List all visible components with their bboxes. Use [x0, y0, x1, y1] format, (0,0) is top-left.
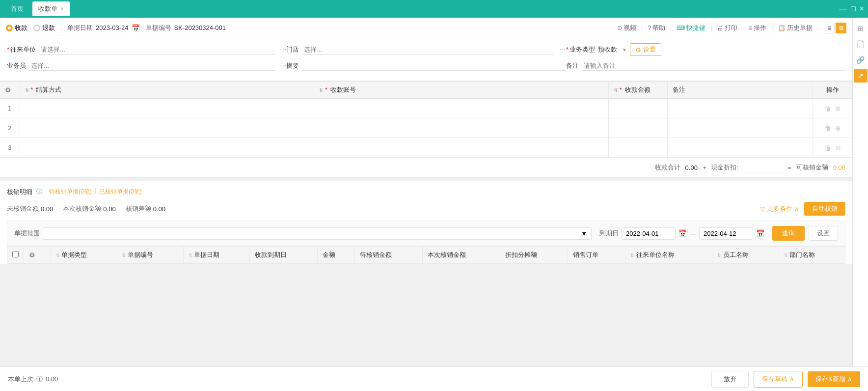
store-input[interactable]: [302, 45, 554, 55]
maximize-icon[interactable]: □: [851, 4, 856, 13]
more-filters-btn[interactable]: ▽ 更多条件 ∧: [760, 204, 799, 213]
receipt-table-container: ⚙ ⇅ * 结算方式 ⇅ * 收款账号 ⇅ * 收款金额: [0, 81, 852, 158]
refund-radio-label: 退款: [42, 24, 55, 32]
row-3-settlement[interactable]: [20, 138, 314, 158]
this-close-stat: 本次核销金额 0.00: [63, 204, 115, 213]
row-2-settlement[interactable]: [20, 118, 314, 138]
row-1-amount[interactable]: [609, 99, 668, 118]
bottom-left-value: 0.00: [46, 375, 58, 383]
row-3-note[interactable]: [668, 138, 813, 158]
view-grid-icon[interactable]: ⊞: [836, 23, 846, 33]
save-new-chevron[interactable]: ∧: [847, 375, 852, 383]
row-3-delete-icon[interactable]: 🗑: [824, 144, 831, 152]
diff-stat: 核销差额 0.00: [126, 204, 165, 213]
footer-right: 放弃 保存草稿 ∧ 保存&新增 ∧: [711, 371, 860, 388]
row-2-delete-icon[interactable]: 🗑: [824, 124, 831, 132]
row-2-amount[interactable]: [609, 118, 668, 138]
store-more-btn[interactable]: ···: [559, 45, 566, 54]
staff-more-btn[interactable]: ···: [280, 61, 286, 70]
query-btn[interactable]: 查询: [772, 226, 805, 241]
note-input[interactable]: [582, 61, 845, 71]
date-range: 到期日 📅 — 📅: [599, 227, 764, 240]
range-select[interactable]: ▼: [43, 227, 592, 240]
col-type: ⇅ 单据类型: [51, 247, 117, 264]
unclosed-label: 未核销金额: [7, 204, 39, 213]
row-1-note[interactable]: [668, 99, 813, 118]
select-all-checkbox[interactable]: [12, 251, 19, 257]
bottom-table: ⚙ ⇅ 单据类型 ⇅ 单据编号 ⇅ 单据日期 收款到期日 金额: [7, 246, 845, 264]
video-btn[interactable]: ⊙ 视频: [617, 24, 636, 32]
row-1-settlement[interactable]: [20, 99, 314, 118]
unclosed-stat: 未核销金额 0.00: [7, 204, 53, 213]
refund-radio[interactable]: 退款: [33, 24, 55, 32]
row-2-account[interactable]: [314, 118, 609, 138]
staff-input[interactable]: [29, 61, 275, 71]
operations-btn[interactable]: ≡ 操作: [749, 24, 766, 32]
settings-button[interactable]: ⚙ 设置: [630, 43, 661, 56]
from-unit-input[interactable]: [39, 45, 275, 55]
sidebar-doc-icon[interactable]: 📄: [854, 37, 868, 51]
minimize-icon[interactable]: —: [839, 4, 847, 13]
due-label: 到期日: [599, 229, 619, 238]
discount-input[interactable]: [743, 163, 783, 172]
row-2-note[interactable]: [668, 118, 813, 138]
col-amount: ⇅ * 收款金额: [609, 82, 668, 99]
from-unit-more-btn[interactable]: ···: [280, 45, 286, 54]
history-btn[interactable]: 📋 历史单据: [778, 24, 813, 32]
row-1-delete-icon[interactable]: 🗑: [824, 105, 831, 112]
view-list-icon[interactable]: ≡: [824, 23, 835, 33]
calendar-from-icon[interactable]: 📅: [678, 229, 687, 237]
col-gear[interactable]: ⚙: [0, 82, 20, 99]
total-value: 0.00: [685, 164, 698, 171]
date-calendar-icon[interactable]: 📅: [132, 24, 140, 32]
view-icon-group: ≡ ⊞: [824, 23, 846, 33]
form-area: *往来单位 ··· 门店 ··· *业务类型 预收款 ▼ ⚙ 设置: [0, 38, 852, 81]
abandon-btn[interactable]: 放弃: [711, 371, 749, 388]
shortcut-btn[interactable]: ⌨ 快捷键: [677, 24, 705, 32]
tab-close-icon[interactable]: ×: [60, 5, 64, 12]
row-num-1: 1: [0, 99, 20, 118]
done-tab[interactable]: 已核销单据(0笔): [96, 187, 145, 197]
tab-receipt[interactable]: 收款单 ×: [32, 1, 70, 16]
bottom-settings-btn[interactable]: 设置: [809, 226, 838, 241]
row-1-account[interactable]: [314, 99, 609, 118]
refund-radio-empty: [33, 25, 40, 31]
print-btn[interactable]: 🖨 打印: [717, 24, 737, 32]
window-close-icon[interactable]: ×: [860, 4, 864, 13]
receipt-radio[interactable]: 收款: [6, 24, 27, 32]
sidebar-table-icon[interactable]: ⊞: [854, 22, 868, 35]
summary-input[interactable]: [302, 61, 566, 71]
row-1-copy-icon[interactable]: ⊕: [835, 105, 841, 112]
diff-value: 0.00: [153, 205, 165, 213]
sidebar-expand-icon[interactable]: ↗: [854, 69, 868, 83]
pending-tab[interactable]: 待核销单据(0笔): [46, 187, 95, 197]
section-title-text: 核销明细: [7, 188, 32, 196]
row-2-copy-icon[interactable]: ⊕: [835, 124, 841, 132]
row-3-amount[interactable]: [609, 138, 668, 158]
date-from-input[interactable]: [622, 227, 676, 240]
toolbar-right: ⊙ 视频 | ? 帮助 | ⌨ 快捷键 | 🖨 打印 | ≡ 操作 | 📋 历史…: [617, 23, 846, 33]
sidebar-link-icon[interactable]: 🔗: [854, 53, 868, 67]
auto-close-btn[interactable]: 自动核销: [804, 202, 845, 216]
row-3-copy-icon[interactable]: ⊕: [835, 144, 841, 152]
calendar-to-icon[interactable]: 📅: [756, 229, 764, 237]
row-num-3: 3: [0, 138, 20, 158]
tab-home[interactable]: 首页: [4, 1, 30, 16]
store-field: 门店 ···: [286, 45, 566, 55]
diff-label: 核销差额: [126, 204, 151, 213]
no-info: 单据编号 SK-20230324-001: [146, 24, 226, 32]
save-new-btn[interactable]: 保存&新增 ∧: [808, 371, 860, 387]
save-draft-btn[interactable]: 保存草稿 ∧: [754, 371, 803, 388]
help-btn[interactable]: ? 帮助: [648, 24, 665, 32]
business-type-field: *业务类型 预收款 ▼ ⚙ 设置: [566, 43, 845, 56]
date-to-input[interactable]: [699, 227, 753, 240]
receipt-radio-dot: [6, 25, 13, 31]
save-draft-chevron[interactable]: ∧: [789, 375, 794, 383]
business-type-chevron[interactable]: ▼: [622, 47, 627, 53]
bottom-section: 核销明细 ⓘ 待核销单据(0笔) | 已核销单据(0笔) 未核销金额 0.00 …: [0, 181, 852, 264]
bottom-left-info-icon[interactable]: ⓘ: [36, 375, 43, 384]
row-3-account[interactable]: [314, 138, 609, 158]
row-3-ops: 🗑 ⊕: [813, 138, 852, 158]
section-info-icon[interactable]: ⓘ: [36, 188, 42, 196]
table-row: 1 🗑 ⊕: [0, 99, 852, 118]
